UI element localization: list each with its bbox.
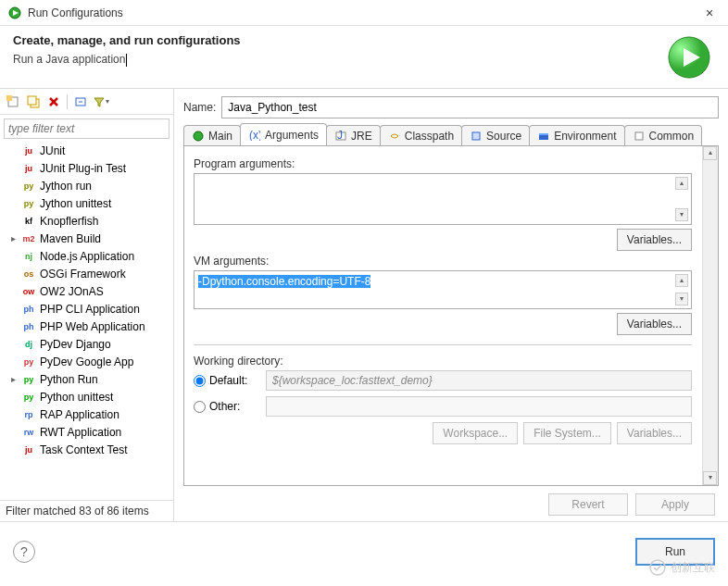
filesystem-button: File System... [523,422,611,444]
tab-label: Source [486,130,521,143]
svg-text:J: J [337,131,343,142]
tree-item[interactable]: rwRWT Application [3,423,170,441]
tree-item[interactable]: owOW2 JOnAS [3,282,170,300]
program-args-textarea[interactable] [194,173,692,225]
config-type-icon: py [21,196,36,211]
tree-item[interactable]: pyPyDev Google App [3,353,170,370]
tree-item[interactable]: njNode.js Application [3,247,170,265]
name-row: Name: [183,96,719,118]
tree-item[interactable]: kfKnopflerfish [3,212,170,230]
config-type-icon: dj [21,337,36,352]
tree-item-label: PHP CLI Application [40,303,140,316]
vm-variables-button[interactable]: Variables... [617,313,692,335]
tab-environment[interactable]: Environment [529,125,624,145]
tab-label: Main [208,130,232,143]
vm-args-label: VM arguments: [194,255,692,268]
collapse-all-button[interactable] [71,93,90,111]
tree-item[interactable]: phPHP Web Application [3,318,170,335]
tree-filter-input[interactable] [4,118,169,139]
tree-item[interactable]: ▸pyPython Run [3,370,170,388]
svg-text:(x)=: (x)= [249,130,260,141]
tree-item-label: Task Context Test [40,443,128,456]
tab-source[interactable]: Source [461,125,530,145]
tree-item-label: RAP Application [40,408,119,421]
dialog-body: ▾ juJUnitjuJUnit Plug-in TestpyJython ru… [0,89,728,522]
vm-args-textarea[interactable]: -Dpython.console.encoding=UTF-8 [194,270,692,309]
run-button[interactable]: Run [635,538,715,566]
apply-button: Apply [635,493,715,516]
tree-item[interactable]: pyJython run [3,177,170,194]
tree-toolbar: ▾ [0,89,173,115]
expand-icon[interactable]: ▸ [8,233,18,243]
working-dir-section: Working directory: Default: Other: Works… [194,344,692,444]
new-config-button[interactable] [4,93,22,111]
svg-rect-17 [635,132,643,140]
run-config-icon [7,6,22,20]
tab-bar: Main(x)=ArgumentsJJREClasspathSourceEnvi… [183,124,719,146]
tree-item[interactable]: juTask Context Test [3,441,170,458]
tab-label: Classpath [405,130,454,143]
tab-arguments[interactable]: (x)=Arguments [240,123,327,145]
content-scrollbar[interactable]: ▴▾ [702,146,718,485]
svg-point-10 [194,131,203,141]
x-equals-icon: (x)= [248,129,261,142]
svg-rect-14 [472,132,480,140]
tree-item-label: OSGi Framework [40,268,126,281]
filter-button[interactable]: ▾ [92,93,110,111]
tree-item-label: PHP Web Application [40,320,145,333]
tree-item-label: Python unittest [40,391,113,404]
default-radio-label[interactable]: Default: [194,374,258,387]
run-large-icon [667,35,711,80]
svg-rect-16 [539,133,548,135]
tree-item[interactable]: phPHP CLI Application [3,300,170,318]
tree-item-label: PyDev Google App [40,355,133,368]
expand-icon[interactable]: ▸ [8,374,18,384]
default-radio[interactable] [194,375,206,387]
tree-item[interactable]: juJUnit [3,142,170,159]
tree-item-label: Maven Build [40,232,101,245]
tab-label: Common [649,130,695,143]
footer: ? Run [0,522,728,581]
tree-item-label: Node.js Application [40,250,134,263]
config-type-icon: rw [21,425,36,440]
tree-item[interactable]: djPyDev Django [3,335,170,353]
jre-icon: J [334,130,347,143]
name-input[interactable] [221,96,719,118]
tab-label: Arguments [265,129,319,142]
config-type-icon: py [21,372,36,387]
program-variables-button[interactable]: Variables... [617,229,692,251]
tab-main[interactable]: Main [183,125,241,145]
tree-item[interactable]: pyJython unittest [3,194,170,212]
tree-item[interactable]: osOSGi Framework [3,265,170,282]
help-button[interactable]: ? [13,541,35,563]
config-type-icon: rp [21,407,36,422]
tree-item[interactable]: juJUnit Plug-in Test [3,159,170,177]
tree-item[interactable]: rpRAP Application [3,405,170,423]
filter-status-text: Filter matched 83 of 86 items [0,500,173,521]
duplicate-config-button[interactable] [24,93,43,111]
right-pane: Name: Main(x)=ArgumentsJJREClasspathSour… [174,89,728,521]
tab-jre[interactable]: JJRE [326,125,381,145]
config-type-icon: ph [21,319,36,334]
other-radio[interactable] [194,401,206,413]
config-type-icon: kf [21,214,36,229]
header: Create, manage, and run configurations R… [0,26,728,89]
env-icon [537,130,550,143]
tab-common[interactable]: Common [624,125,703,145]
config-type-icon: ph [21,302,36,317]
close-icon[interactable]: × [698,6,721,20]
other-radio-label[interactable]: Other: [194,400,258,413]
config-type-icon: ju [21,143,36,158]
tree-item-label: RWT Application [40,426,121,439]
config-tree[interactable]: juJUnitjuJUnit Plug-in TestpyJython runp… [2,139,171,500]
header-subtitle: Run a Java application [13,53,127,67]
tree-item[interactable]: pyPython unittest [3,388,170,405]
tree-item[interactable]: ▸m2Maven Build [3,230,170,247]
config-type-icon: nj [21,249,36,264]
wd-variables-button: Variables... [617,422,692,444]
svg-rect-7 [28,96,36,105]
delete-config-button[interactable] [44,93,63,111]
revert-button: Revert [548,493,628,516]
config-type-icon: ju [21,443,36,457]
tab-classpath[interactable]: Classpath [380,125,462,145]
